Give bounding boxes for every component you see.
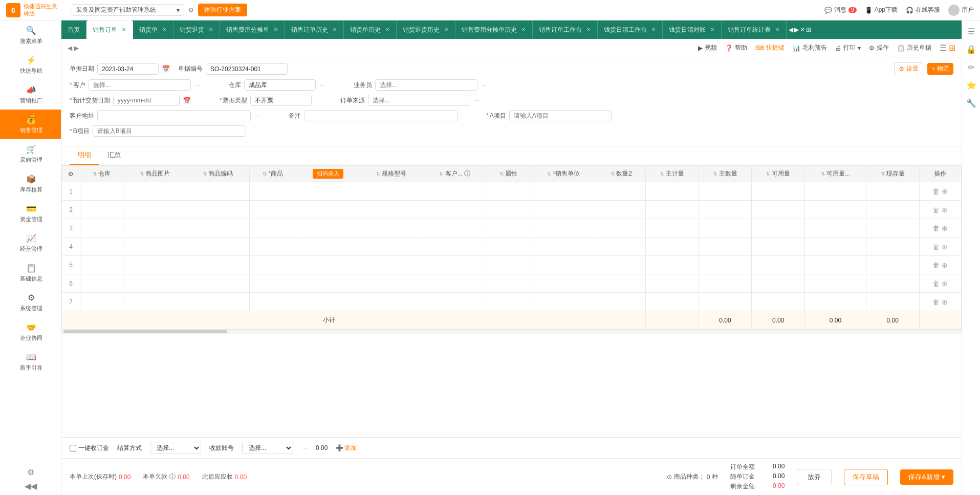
right-sidebar-icon-3[interactable]: ✏ [966, 60, 976, 74]
toolbar-history[interactable]: 📋 历史单据 [897, 44, 931, 52]
tab-sales-order[interactable]: 销售订单✕ [86, 20, 133, 39]
gear-settings-icon[interactable]: ⚙ [188, 7, 194, 14]
toolbar-nav-right[interactable]: ▶ [74, 45, 79, 52]
sidebar-item-inventory[interactable]: 📦 库存核算 [0, 169, 61, 199]
sidebar-item-search[interactable]: 🔍 搜索菜单 [0, 20, 61, 50]
save-new-button[interactable]: 保存&新增 ▾ [900, 469, 953, 485]
tab-sales-invoice[interactable]: 销货单✕ [133, 20, 173, 39]
tab-return-history[interactable]: 销货退货历史✕ [397, 20, 455, 39]
salesperson-input[interactable] [375, 79, 477, 91]
toolbar-operation[interactable]: ⚙ 操作 [869, 44, 889, 52]
close-tab-sales-stats[interactable]: ✕ [775, 26, 780, 33]
close-tab-cash-workbench[interactable]: ✕ [651, 26, 656, 33]
project-a-input[interactable] [509, 110, 612, 121]
tab-home[interactable]: 首页 [61, 20, 86, 39]
delivery-date-input[interactable] [113, 95, 180, 106]
horizontal-scrollbar[interactable] [61, 330, 962, 334]
close-tab-sales-invoice[interactable]: ✕ [162, 26, 167, 33]
view-grid-icon[interactable]: ⊞ [949, 43, 955, 53]
tab-next-arrow[interactable]: ▶ [794, 26, 799, 33]
project-b-input[interactable] [93, 125, 246, 137]
delivery-calendar-icon[interactable]: 📅 [183, 97, 191, 104]
sidebar-item-purchase[interactable]: 🛒 采购管理 [0, 139, 61, 169]
sidebar-item-operations[interactable]: 📈 经营管理 [0, 228, 61, 258]
single-date-input[interactable] [97, 63, 159, 75]
toolbar-help[interactable]: ❓ 帮助 [725, 44, 747, 52]
tab-sales-expense[interactable]: 销售费用分摊单✕ [220, 20, 285, 39]
close-tab-workbench[interactable]: ✕ [586, 26, 591, 33]
copy-row-icon[interactable]: ⊕ [942, 206, 948, 214]
calendar-icon[interactable]: 📅 [162, 65, 170, 73]
order-source-expand-icon[interactable]: ··· [474, 97, 480, 104]
copy-row-icon[interactable]: ⊕ [942, 261, 948, 269]
right-sidebar-icon-1[interactable]: ☰ [966, 25, 977, 38]
add-button[interactable]: ➕ 添加 [336, 444, 357, 453]
tab-prev-arrow[interactable]: ◀ [789, 26, 793, 33]
toolbar-profit[interactable]: 📊 毛利预告 [793, 44, 827, 52]
order-source-input[interactable] [368, 95, 470, 106]
toolbar-video[interactable]: ▶ 视频 [698, 44, 717, 52]
customer-expand-icon[interactable]: ··· [195, 81, 200, 89]
delete-row-icon[interactable]: 🗑 [932, 298, 940, 306]
delete-row-icon[interactable]: 🗑 [932, 224, 940, 232]
delete-row-icon[interactable]: 🗑 [932, 243, 940, 251]
sidebar-collapse-icon[interactable]: ◀◀ [25, 481, 37, 491]
close-tab-invoice-history[interactable]: ✕ [385, 26, 390, 33]
close-tab-cash-reconcile[interactable]: ✕ [710, 26, 715, 33]
scan-button[interactable]: 扫码录入 [313, 169, 343, 179]
online-service-button[interactable]: 🎧 在线客服 [906, 6, 940, 14]
toolbar-print[interactable]: 🖨 打印 ▾ [835, 44, 861, 52]
system-selector[interactable]: 装备及固定资产辅助管理系统 ▾ [72, 4, 184, 16]
sidebar-item-basic-info[interactable]: 📋 基础信息 [0, 258, 61, 288]
close-tab-expense-history[interactable]: ✕ [521, 26, 526, 33]
scroll-thumb[interactable] [63, 330, 227, 333]
salesperson-expand-icon[interactable]: ··· [482, 81, 487, 89]
warehouse-input[interactable] [244, 79, 316, 91]
deposit-checkbox-input[interactable] [70, 445, 76, 451]
sidebar-item-quick-nav[interactable]: ⚡ 快捷导航 [0, 50, 61, 80]
copy-row-icon[interactable]: ⊕ [942, 279, 948, 288]
copy-row-icon[interactable]: ⊕ [942, 243, 948, 251]
sidebar-item-finance[interactable]: 💳 资金管理 [0, 199, 61, 228]
app-download-button[interactable]: 📱 App下载 [865, 6, 898, 14]
tab-workbench[interactable]: 销售订单工作台✕ [533, 20, 598, 39]
remarks-input[interactable] [304, 110, 458, 121]
close-tab-sales-order[interactable]: ✕ [121, 26, 126, 33]
toolbar-shortcut[interactable]: ⌨ 快捷键 [755, 44, 785, 52]
sidebar-settings-icon[interactable]: ⚙ [27, 467, 34, 477]
col-settings[interactable]: ⚙ [62, 166, 80, 182]
tab-cash-reconcile[interactable]: 钱货日清对账✕ [663, 20, 722, 39]
copy-row-icon[interactable]: ⊕ [942, 298, 948, 306]
right-sidebar-icon-5[interactable]: 🔧 [964, 96, 978, 110]
tab-summary[interactable]: 汇总 [99, 146, 129, 165]
sidebar-item-system[interactable]: ⚙ 系统管理 [0, 288, 61, 317]
tab-invoice-history[interactable]: 销货单历史✕ [344, 20, 397, 39]
close-tab-sales-order-history[interactable]: ✕ [332, 26, 337, 33]
close-tab-return-history[interactable]: ✕ [444, 26, 449, 33]
tab-cash-workbench[interactable]: 钱货日清工作台✕ [598, 20, 663, 39]
right-sidebar-icon-4[interactable]: ⭐ [964, 78, 978, 92]
settings-button[interactable]: ⚙ 设置 [894, 62, 923, 75]
message-button[interactable]: 💬 消息 9 [824, 6, 857, 14]
sidebar-item-guide[interactable]: 📖 新手引导 [0, 347, 61, 377]
sidebar-item-sales[interactable]: 💰 销售管理 [0, 110, 61, 139]
single-num-input[interactable] [206, 63, 288, 75]
toolbar-nav-left[interactable]: ◀ [68, 45, 72, 52]
one-click-deposit-checkbox[interactable]: 一键收订金 [70, 444, 109, 453]
customer-input[interactable] [89, 79, 191, 91]
customer-address-input[interactable] [97, 110, 251, 121]
close-tab-sales-expense[interactable]: ✕ [273, 26, 278, 33]
account-expand-icon[interactable]: ··· [302, 444, 308, 451]
tab-sales-order-history[interactable]: 销售订单历史✕ [285, 20, 344, 39]
warehouse-expand-icon[interactable]: ··· [320, 81, 325, 89]
invoice-type-select[interactable]: 不开票 增值税普通发票 增值税专用发票 [250, 95, 312, 106]
tab-expand-icon[interactable]: ⊞ [806, 26, 811, 33]
customer-address-expand-icon[interactable]: ··· [255, 112, 260, 119]
delete-row-icon[interactable]: 🗑 [932, 279, 940, 288]
sidebar-item-enterprise[interactable]: 🤝 企业协同 [0, 317, 61, 347]
delete-row-icon[interactable]: 🗑 [932, 206, 940, 214]
tab-detail[interactable]: 明细 [70, 146, 99, 165]
delete-row-icon[interactable]: 🗑 [932, 187, 940, 196]
tab-close-all[interactable]: ✕ [800, 26, 805, 33]
delete-row-icon[interactable]: 🗑 [932, 261, 940, 269]
